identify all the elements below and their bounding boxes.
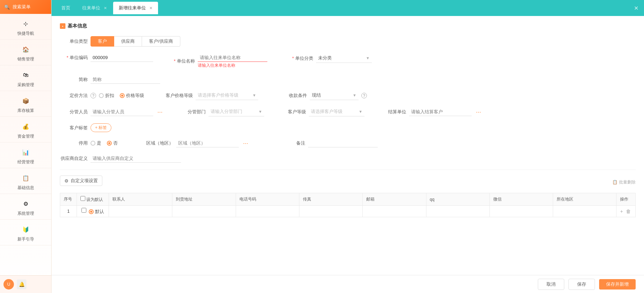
col-wechat: 微信 — [489, 193, 553, 206]
settlement-more-btn[interactable]: ··· — [474, 109, 482, 115]
pricing-level-radio[interactable] — [120, 93, 125, 98]
pricing-discount-option[interactable]: 折扣 — [99, 92, 114, 99]
row-email-input[interactable] — [366, 209, 422, 214]
remark-input[interactable] — [308, 139, 378, 147]
row-wechat-input[interactable] — [493, 209, 549, 214]
row-default-radio-label[interactable]: 默认 — [89, 209, 104, 215]
sidebar-item-system[interactable]: ⚙ 系统管理 — [0, 194, 51, 220]
unit-category-label: 单位分类 — [285, 55, 313, 62]
disabled-no-label: 否 — [113, 140, 118, 146]
form-content: ▪ 基本信息 单位类型 客户 供应商 客户/供应商 单位编码 单位名称 — [52, 16, 644, 275]
sidebar-item-operation[interactable]: 📊 经营管理 — [0, 143, 51, 168]
row-qq-input[interactable] — [430, 209, 486, 214]
tab-partners[interactable]: 往来单位 ✕ — [77, 2, 112, 14]
row-address-input[interactable] — [176, 209, 232, 214]
customer-tag-row: 客户标签 + 标签 — [60, 123, 636, 132]
row-contact[interactable] — [109, 206, 172, 217]
unit-type-supplier-btn[interactable]: 供应商 — [114, 36, 142, 47]
payment-terms-help[interactable]: ? — [361, 93, 367, 98]
unit-code-input[interactable] — [91, 54, 153, 62]
row-address[interactable] — [172, 206, 236, 217]
add-row-btn[interactable]: + — [620, 209, 623, 214]
disabled-no-radio[interactable] — [107, 141, 112, 146]
sidebar-item-quick-nav[interactable]: ⊹ 快捷导航 — [0, 14, 51, 40]
sidebar: 🔍 搜索菜单 ⊹ 快捷导航 🏠 销售管理 🛍 采购管理 📦 库存核算 💰 资金管… — [0, 0, 52, 293]
manager-more-btn[interactable]: ··· — [156, 109, 164, 115]
save-new-button[interactable]: 保存并新增 — [599, 279, 636, 290]
custom-settings-button[interactable]: ⚙ 自定义项设置 — [60, 176, 102, 186]
supplier-custom-row: 供应商自定义 — [60, 154, 636, 163]
user-avatar[interactable]: U — [3, 279, 14, 290]
row-contact-input[interactable] — [112, 209, 168, 214]
row-email[interactable] — [363, 206, 426, 217]
region-more-btn[interactable]: ··· — [242, 140, 250, 146]
sidebar-label-finance: 资金管理 — [17, 133, 34, 139]
row-location-input[interactable] — [557, 209, 613, 214]
row-location[interactable] — [553, 206, 616, 217]
region-input[interactable] — [176, 139, 239, 147]
section-header-basic: ▪ 基本信息 — [60, 23, 636, 29]
department-chevron: ▼ — [258, 109, 262, 114]
customer-price-level-label: 客户价格等级 — [165, 92, 193, 99]
row-fax-input[interactable] — [303, 209, 359, 214]
unit-name-input-box: 请输入往来单位名称 — [198, 54, 267, 68]
row-default-cell: 默认 — [77, 206, 109, 217]
operation-icon: 📊 — [20, 147, 31, 158]
manager-input[interactable] — [91, 108, 153, 116]
customer-level-label: 客户等级 — [278, 109, 306, 115]
row-wechat[interactable] — [489, 206, 553, 217]
row-default-radio[interactable] — [89, 209, 94, 214]
customer-level-select[interactable]: 请选择客户等级 ▼ — [309, 107, 364, 116]
custom-settings-label: 自定义项设置 — [71, 178, 98, 184]
sidebar-item-sales[interactable]: 🏠 销售管理 — [0, 40, 51, 65]
sidebar-item-inventory[interactable]: 📦 库存核算 — [0, 91, 51, 117]
pricing-method-label: 定价方法 — [60, 92, 88, 99]
tab-new-partner-label: 新增往来单位 — [119, 5, 146, 11]
cancel-button[interactable]: 取消 — [538, 279, 564, 290]
sound-button[interactable]: 🔔 — [17, 279, 26, 289]
tab-home[interactable]: 首页 — [56, 2, 76, 14]
supplier-custom-label: 供应商自定义 — [60, 155, 88, 162]
department-group: 分管部门 请输入分管部门 ▼ — [178, 107, 264, 116]
row-phone-input[interactable] — [239, 209, 296, 214]
short-name-input[interactable] — [91, 75, 160, 84]
customer-price-level-select[interactable]: 请选择客户价格等级 ▼ — [196, 91, 258, 100]
pricing-method-help[interactable]: ? — [91, 93, 96, 98]
row-checkbox[interactable] — [81, 208, 86, 213]
unit-category-select[interactable]: 未分类 ▼ — [316, 54, 372, 63]
close-all-tabs[interactable]: ✕ — [634, 5, 638, 11]
disabled-yes-option[interactable]: 是 — [91, 140, 101, 146]
supplier-custom-input[interactable] — [91, 154, 181, 163]
add-tag-button[interactable]: + 标签 — [91, 123, 111, 132]
unit-type-both-btn[interactable]: 客户/供应商 — [142, 36, 180, 47]
disabled-no-option[interactable]: 否 — [107, 140, 118, 146]
sidebar-item-finance[interactable]: 💰 资金管理 — [0, 117, 51, 143]
search-menu-button[interactable]: 🔍 搜索菜单 — [0, 0, 51, 14]
close-partners-tab[interactable]: ✕ — [104, 6, 107, 10]
settlement-input[interactable] — [409, 108, 472, 116]
pricing-discount-radio[interactable] — [99, 93, 104, 98]
unit-type-customer-btn[interactable]: 客户 — [91, 36, 114, 47]
payment-terms-select[interactable]: 现结 ▼ — [310, 91, 359, 100]
customer-price-level-chevron: ▼ — [252, 93, 256, 97]
sidebar-item-guide[interactable]: 🔰 新手引导 — [0, 220, 51, 245]
disabled-yes-radio[interactable] — [91, 141, 95, 146]
tab-new-partner[interactable]: 新增往来单位 ✕ — [113, 2, 158, 14]
sidebar-item-purchase[interactable]: 🛍 采购管理 — [0, 65, 51, 91]
save-button[interactable]: 保存 — [568, 279, 595, 290]
select-all-checkbox[interactable] — [80, 196, 85, 201]
pricing-level-option[interactable]: 价格等级 — [120, 92, 144, 99]
row-qq[interactable] — [426, 206, 489, 217]
delete-row-btn[interactable]: 🗑 — [626, 209, 631, 214]
pricing-discount-label: 折扣 — [105, 92, 114, 99]
close-new-partner-tab[interactable]: ✕ — [149, 6, 152, 10]
table-toolbar: ⚙ 自定义项设置 📋 批量删除 — [60, 176, 636, 190]
guide-icon: 🔰 — [20, 224, 31, 235]
row-fax[interactable] — [299, 206, 362, 217]
sidebar-item-basics[interactable]: 📋 基础信息 — [0, 168, 51, 194]
row-phone[interactable] — [236, 206, 299, 217]
bulk-delete-button[interactable]: 📋 批量删除 — [612, 179, 636, 185]
department-select[interactable]: 请输入分管部门 ▼ — [209, 107, 264, 116]
unit-name-input[interactable] — [198, 54, 267, 62]
finance-icon: 💰 — [20, 121, 31, 132]
